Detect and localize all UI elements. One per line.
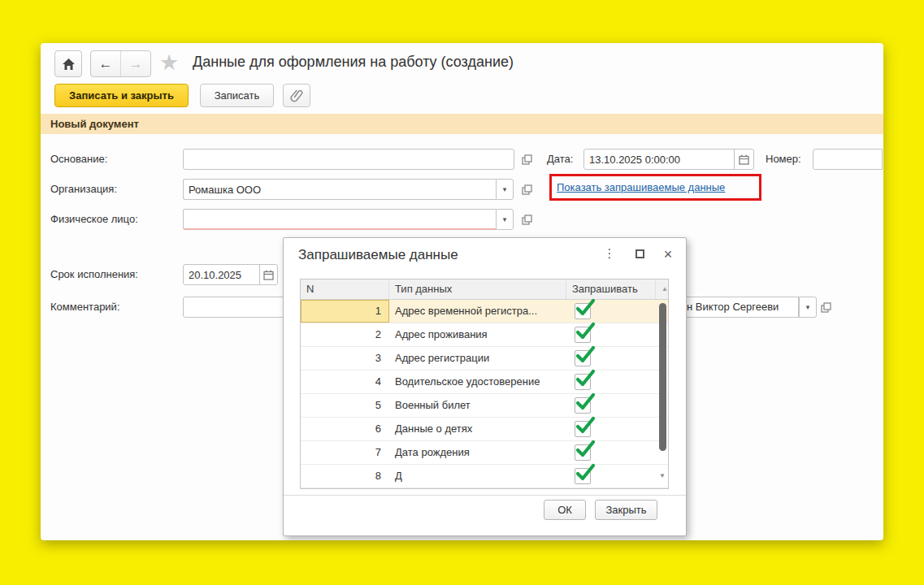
scroll-up-button[interactable]: ▲ xyxy=(656,280,668,299)
organization-input[interactable] xyxy=(183,179,496,200)
scroll-down-button[interactable]: ▼ xyxy=(659,472,666,479)
forward-icon: → xyxy=(129,56,143,72)
row-label: Д xyxy=(389,465,566,488)
responsible-value[interactable]: н Виктор Сергееви xyxy=(687,297,799,318)
checkbox-checked-icon[interactable] xyxy=(575,397,591,414)
date-calendar-button[interactable] xyxy=(734,150,753,169)
row-label: Адрес проживания xyxy=(389,323,566,346)
comment-label: Комментарий: xyxy=(50,297,120,318)
responsible-dropdown-button[interactable]: ▾ xyxy=(799,297,817,318)
due-date-calendar-button[interactable] xyxy=(259,265,277,284)
red-annotation-box: Показать запрашиваемые данные xyxy=(549,174,761,201)
osnovanie-open-button[interactable] xyxy=(518,149,536,170)
scroll-up-icon: ▲ xyxy=(662,285,668,292)
paperclip-icon xyxy=(290,89,303,102)
row-number: 5 xyxy=(301,394,389,417)
row-number: 7 xyxy=(301,441,389,464)
date-label: Дата: xyxy=(547,149,573,170)
close-button[interactable]: Закрыть xyxy=(595,500,657,520)
responsible-open-button[interactable] xyxy=(817,297,835,318)
table-row[interactable]: 8 Д xyxy=(301,465,668,488)
home-icon xyxy=(62,58,76,71)
responsible-field: н Виктор Сергееви ▾ xyxy=(687,297,835,318)
column-header-type[interactable]: Тип данных xyxy=(389,280,566,299)
back-icon: ← xyxy=(99,56,113,72)
table-row[interactable]: 7 Дата рождения xyxy=(301,441,668,465)
table-row[interactable]: 4 Водительское удостоверение xyxy=(301,370,668,394)
osnovanie-input[interactable] xyxy=(183,149,514,170)
column-header-request[interactable]: Запрашивать xyxy=(566,280,656,299)
row-label: Адрес временной регистра... xyxy=(389,300,566,323)
banner-label: Новый документ xyxy=(50,118,139,130)
page-title: Данные для оформления на работу (создани… xyxy=(193,54,514,71)
open-in-window-icon xyxy=(522,214,532,225)
row-label: Дата рождения xyxy=(389,441,566,464)
history-nav: ← → xyxy=(90,50,151,77)
favorite-star-icon[interactable]: ★ xyxy=(159,50,179,76)
close-icon: × xyxy=(664,246,673,262)
ok-button[interactable]: ОК xyxy=(544,500,586,520)
maximize-icon xyxy=(636,249,644,258)
number-label: Номер: xyxy=(766,149,801,170)
dialog-maximize-button[interactable] xyxy=(631,246,649,262)
calendar-icon xyxy=(739,154,749,165)
date-field xyxy=(583,149,754,170)
back-button[interactable]: ← xyxy=(91,51,121,76)
dialog-close-button[interactable]: × xyxy=(659,246,677,263)
forward-button[interactable]: → xyxy=(121,51,150,76)
row-number: 2 xyxy=(301,323,389,346)
open-in-window-icon xyxy=(522,154,532,165)
organization-field: ▾ xyxy=(183,179,514,200)
home-button[interactable] xyxy=(54,50,82,77)
row-number: 6 xyxy=(301,418,389,440)
organization-label: Организация: xyxy=(50,179,117,200)
row-label: Водительское удостоверение xyxy=(389,370,566,393)
due-date-label: Срок исполнения: xyxy=(50,264,138,285)
table-row[interactable]: 6 Данные о детях xyxy=(301,418,668,441)
checkbox-checked-icon[interactable] xyxy=(575,350,591,366)
app-window: ← → ★ Данные для оформления на работу (с… xyxy=(41,43,883,540)
person-dropdown-button[interactable]: ▾ xyxy=(496,209,514,230)
chevron-down-icon: ▾ xyxy=(503,215,507,223)
kebab-icon: ⋮ xyxy=(604,246,616,260)
table-row[interactable]: 3 Адрес регистрации xyxy=(301,347,668,370)
table-row[interactable]: 1 Адрес временной регистра... xyxy=(301,300,668,323)
person-label: Физическое лицо: xyxy=(50,209,138,230)
person-open-button[interactable] xyxy=(518,209,536,230)
checkbox-checked-icon[interactable] xyxy=(575,327,591,343)
person-input[interactable] xyxy=(183,209,496,230)
row-number: 1 xyxy=(301,300,389,323)
dialog-title: Запрашиваемые данные xyxy=(298,247,458,263)
date-input[interactable] xyxy=(583,149,754,170)
scroll-down-icon: ▼ xyxy=(659,472,666,479)
new-document-banner: Новый документ xyxy=(41,114,883,134)
checkbox-checked-icon[interactable] xyxy=(575,374,591,390)
open-in-window-icon xyxy=(522,184,532,195)
row-number: 4 xyxy=(301,370,389,393)
table-header-row: N Тип данных Запрашивать ▲ xyxy=(301,280,668,300)
save-button[interactable]: Записать xyxy=(200,84,274,107)
scrollbar-thumb[interactable] xyxy=(659,303,666,451)
dialog-footer: ОК Закрыть xyxy=(284,495,686,536)
organization-open-button[interactable] xyxy=(518,179,536,200)
dialog-menu-button[interactable]: ⋮ xyxy=(601,246,618,261)
requested-data-table: N Тип данных Запрашивать ▲ 1 Адрес време… xyxy=(300,279,669,489)
attachments-button[interactable] xyxy=(283,84,310,107)
checkbox-checked-icon[interactable] xyxy=(575,421,591,437)
show-requested-data-link[interactable]: Показать запрашиваемые данные xyxy=(557,181,725,193)
table-row[interactable]: 2 Адрес проживания xyxy=(301,323,668,347)
checkbox-checked-icon[interactable] xyxy=(575,444,591,461)
chevron-down-icon: ▾ xyxy=(503,185,507,193)
row-number: 8 xyxy=(301,465,389,488)
save-and-close-button[interactable]: Записать и закрыть xyxy=(54,84,189,107)
row-label: Данные о детях xyxy=(389,418,566,440)
column-header-n[interactable]: N xyxy=(301,280,389,299)
checkbox-checked-icon[interactable] xyxy=(575,303,591,319)
row-number: 3 xyxy=(301,347,389,370)
organization-dropdown-button[interactable]: ▾ xyxy=(496,179,514,200)
number-input[interactable] xyxy=(813,149,883,170)
checkbox-checked-icon[interactable] xyxy=(575,468,591,484)
requested-data-dialog: Запрашиваемые данные ⋮ × N Тип данных За… xyxy=(283,237,687,536)
table-row[interactable]: 5 Военный билет xyxy=(301,394,668,418)
screenshot-canvas: { "colors": { "background_yellow": "#f7e… xyxy=(0,0,924,585)
